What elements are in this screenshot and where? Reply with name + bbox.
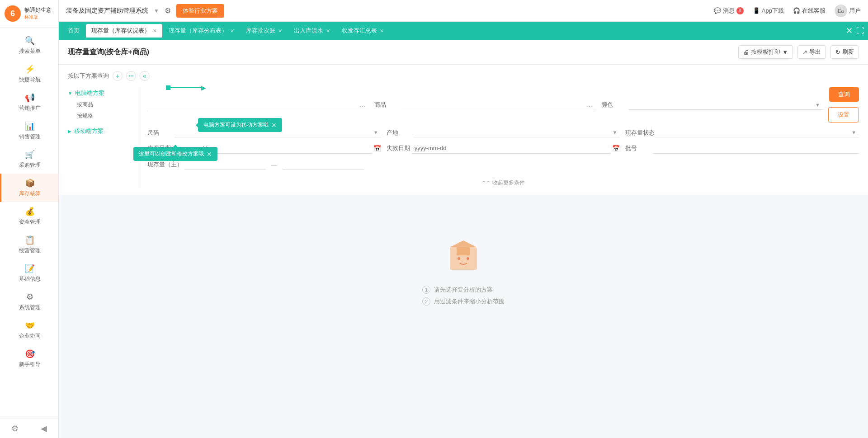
svg-point-2 xyxy=(132,75,133,76)
operations-icon: 📋 xyxy=(25,235,35,245)
print-btn[interactable]: 🖨 按模板打印 ▼ xyxy=(738,45,793,59)
scheme-item-goods[interactable]: 按商品 xyxy=(68,99,134,110)
online-support-item[interactable]: 🎧 在线客服 xyxy=(793,7,826,15)
print-dropdown-icon: ▼ xyxy=(782,49,788,56)
sidebar-item-purchase[interactable]: 🛒 采购管理 xyxy=(0,145,58,174)
empty-state: 1 请先选择要分析的方案 2 用过滤条件来缩小分析范围 xyxy=(59,195,868,345)
sidebar-item-system[interactable]: ⚙ 系统管理 xyxy=(0,287,58,316)
scheme-group-mobile-header[interactable]: ▶ 移动端方案 xyxy=(68,125,134,137)
page-header: 现存量查询(按仓库+商品) 🖨 按模板打印 ▼ ↗ 导出 ↻ 刷新 xyxy=(59,40,868,65)
goods-select[interactable]: … xyxy=(401,99,596,111)
finance-icon: 💰 xyxy=(25,207,35,217)
main-area: 装备及固定资产辅助管理系统 ▼ ⚙ 体验行业方案 💬 消息 8 📱 App下载 … xyxy=(59,0,868,438)
scheme-group-desktop-header[interactable]: ▼ 电脑端方案 xyxy=(68,87,134,99)
stock-main-input-max[interactable] xyxy=(283,159,364,170)
tabs-maximize-icon[interactable]: ⛶ xyxy=(856,26,864,36)
mobile-scheme-label: 移动端方案 xyxy=(74,127,104,135)
scheme-group-desktop: ▼ 电脑端方案 按商品 按规格 xyxy=(68,87,134,122)
sidebar-item-finance[interactable]: 💰 资金管理 xyxy=(0,202,58,231)
add-scheme-btn[interactable]: + xyxy=(113,71,123,81)
sidebar-item-label: 企业协同 xyxy=(19,332,41,340)
tab-close-icon[interactable]: ✕ xyxy=(326,28,330,34)
filter-header: 按以下方案查询 + « xyxy=(68,71,859,81)
warehouse-select[interactable]: … xyxy=(147,99,369,111)
sidebar-item-collab[interactable]: 🤝 企业协同 xyxy=(0,316,58,344)
color-field: 颜色 ▼ xyxy=(601,100,823,110)
export-icon: ↗ xyxy=(802,49,807,56)
headset-icon: 🎧 xyxy=(793,7,800,14)
sales-icon: 📊 xyxy=(25,121,35,131)
export-btn[interactable]: ↗ 导出 xyxy=(797,45,826,59)
goods-more-icon[interactable]: … xyxy=(586,101,593,109)
sidebar-item-label: 搜索菜单 xyxy=(19,47,41,55)
sidebar-item-guide[interactable]: 🎯 新手引导 xyxy=(0,344,58,373)
stock-status-select[interactable]: ▼ xyxy=(655,128,859,137)
stock-status-dropdown-icon: ▼ xyxy=(851,130,856,135)
scheme-item-spec[interactable]: 按规格 xyxy=(68,110,134,122)
tabs-actions: ✕ ⛶ xyxy=(846,26,864,36)
logo-text: 畅通好生意 标准版 xyxy=(24,7,52,20)
production-date-calendar-icon[interactable]: 📅 xyxy=(373,145,381,152)
messages-item[interactable]: 💬 消息 8 xyxy=(714,7,744,15)
tabs-minimize-icon[interactable]: ✕ xyxy=(846,26,853,36)
tab-batch[interactable]: 库存批次账 ✕ xyxy=(241,24,288,38)
color-select[interactable]: ▼ xyxy=(628,100,823,110)
sidebar-item-inventory[interactable]: 📦 库存核算 xyxy=(0,174,58,202)
sidebar-item-marketing[interactable]: 📢 营销推广 xyxy=(0,88,58,117)
trial-btn[interactable]: 体验行业方案 xyxy=(176,4,224,18)
expiry-date-calendar-icon[interactable]: 📅 xyxy=(612,145,620,152)
tabs-bar: 首页 现存量（库存状况表） ✕ 现存量（库存分布表） ✕ 库存批次账 ✕ 出入库… xyxy=(59,22,868,40)
app-download-item[interactable]: 📱 App下载 xyxy=(753,7,784,15)
origin-select[interactable]: ▼ xyxy=(414,128,620,137)
expiry-date-input[interactable] xyxy=(412,143,611,154)
sidebar-item-search[interactable]: 🔍 搜索菜单 xyxy=(0,31,58,60)
warehouse-more-icon[interactable]: … xyxy=(359,101,366,109)
tab-label: 现存量（库存状况表） xyxy=(91,27,150,35)
edit-scheme-btn[interactable] xyxy=(126,71,136,81)
filter-row-3: 生产日期 📅 失效日期 📅 批号 xyxy=(147,143,859,154)
warehouse-field: … xyxy=(147,99,369,111)
scheme-list-panel: ▼ 电脑端方案 按商品 按规格 ▶ 移动端方案 xyxy=(68,87,140,188)
tab-label: 收发存汇总表 xyxy=(342,27,377,35)
tooltip1-close[interactable]: ✕ xyxy=(271,122,277,129)
tooltip2-close[interactable]: ✕ xyxy=(207,151,212,158)
batch-no-field: 批号 xyxy=(625,143,859,154)
user-item[interactable]: Ea 用户 xyxy=(835,5,861,17)
step-num-1: 1 xyxy=(422,286,430,294)
size-label: 尺码 xyxy=(147,129,175,137)
reset-btn[interactable]: 设置 xyxy=(828,107,859,122)
tab-flow[interactable]: 出入库流水 ✕ xyxy=(288,24,335,38)
sidebar-item-operations[interactable]: 📋 经营管理 xyxy=(0,231,58,259)
batch-no-input[interactable] xyxy=(652,143,859,154)
filter-row-4: 现存量（主） — xyxy=(147,159,859,170)
sidebar-item-label: 系统管理 xyxy=(19,304,41,311)
avatar: Ea xyxy=(835,5,847,17)
svg-point-6 xyxy=(458,257,460,260)
sidebar-item-quicknav[interactable]: ⚡ 快捷导航 xyxy=(0,60,58,88)
tab-close-icon[interactable]: ✕ xyxy=(230,28,234,34)
tab-stock-dist[interactable]: 现存量（库存分布表） ✕ xyxy=(163,24,240,38)
refresh-btn[interactable]: ↻ 刷新 xyxy=(830,45,859,59)
basics-icon: 📝 xyxy=(25,264,35,273)
system-dropdown-icon[interactable]: ▼ xyxy=(154,8,159,14)
tab-home[interactable]: 首页 xyxy=(62,24,85,38)
back-scheme-btn[interactable]: « xyxy=(140,71,150,81)
settings-bottom-icon[interactable]: ⚙ xyxy=(11,424,19,433)
sidebar: 6 畅通好生意 标准版 🔍 搜索菜单 ⚡ 快捷导航 📢 营销推广 📊 销售管理 … xyxy=(0,0,59,438)
sidebar-item-sales[interactable]: 📊 销售管理 xyxy=(0,117,58,145)
tab-stock-status[interactable]: 现存量（库存状况表） ✕ xyxy=(86,24,162,38)
empty-step-1: 1 请先选择要分析的方案 xyxy=(422,286,505,294)
sidebar-item-basics[interactable]: 📝 基础信息 xyxy=(0,259,58,287)
header-settings-icon[interactable]: ⚙ xyxy=(165,6,171,15)
tab-close-icon[interactable]: ✕ xyxy=(153,28,157,34)
tab-summary[interactable]: 收发存汇总表 ✕ xyxy=(336,24,389,38)
message-icon: 💬 xyxy=(714,7,721,14)
search-btn[interactable]: 查询 xyxy=(829,87,859,102)
collapse-sidebar-icon[interactable]: ◀ xyxy=(41,424,47,433)
tab-close-icon[interactable]: ✕ xyxy=(278,28,282,34)
tab-label: 库存批次账 xyxy=(246,27,275,35)
tab-close-icon[interactable]: ✕ xyxy=(380,28,384,34)
collapse-btn[interactable]: ⌃⌃ 收起更多条件 xyxy=(481,179,525,187)
refresh-icon: ↻ xyxy=(835,49,840,56)
svg-point-0 xyxy=(129,75,130,76)
